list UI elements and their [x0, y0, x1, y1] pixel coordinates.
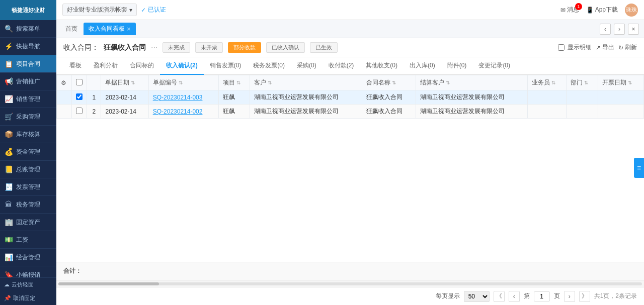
sort-icon-settle_customer: ⇅	[446, 80, 450, 85]
avatar-btn[interactable]: 珠珠	[625, 4, 638, 17]
order-no-link-1[interactable]: SQ-20230214-002	[153, 108, 203, 115]
th-salesperson[interactable]: 业务员⇅	[528, 75, 567, 90]
tab-close-icon[interactable]: ×	[127, 25, 131, 33]
sidebar-bottom-item-1[interactable]: 📌取消固定	[0, 291, 56, 305]
first-page-btn[interactable]: 《	[494, 291, 505, 302]
sort-icon-contract_name: ⇅	[392, 80, 396, 85]
inner-tab-1[interactable]: 盈利分析	[88, 57, 124, 75]
inner-tab-0[interactable]: 看板	[63, 57, 88, 75]
active-tab[interactable]: 收入合同看板 ×	[84, 23, 136, 35]
inner-tab-4[interactable]: 销售发票(0)	[204, 57, 248, 75]
row-order_no-1[interactable]: SQ-20230214-002	[148, 105, 218, 119]
th-customer[interactable]: 客户⇅	[250, 75, 362, 90]
row-checkbox-1	[72, 105, 87, 119]
row-date-1: 2023-02-14	[101, 105, 148, 119]
inner-tab-11[interactable]: 变更记录(0)	[472, 57, 516, 75]
row-action-0	[57, 90, 72, 105]
scroll-thumb[interactable]	[58, 282, 159, 285]
table-row[interactable]: 12023-02-14SQ-20230214-003狂飙湖南卫视商业运营发展有限…	[57, 90, 644, 105]
tab-close-window-btn[interactable]: ×	[628, 24, 639, 35]
th-date[interactable]: 单据日期⇅	[101, 75, 148, 90]
th-contract_name[interactable]: 合同名称⇅	[362, 75, 416, 90]
sidebar-item-14[interactable]: 🔖小畅报销	[0, 266, 56, 277]
inner-tab-5[interactable]: 税务发票(0)	[247, 57, 291, 75]
sidebar-item-8[interactable]: 📒总账管理	[0, 161, 56, 178]
inner-tab-6[interactable]: 采购(0)	[291, 57, 323, 75]
inner-tab-7[interactable]: 收付款(2)	[323, 57, 360, 75]
inner-tab-3[interactable]: 收入确认(2)	[160, 57, 204, 75]
tab-next-btn[interactable]: ›	[614, 24, 625, 35]
sidebar-bottom-icon-0: ☁	[4, 281, 10, 288]
sidebar-icon-4: 📈	[4, 94, 13, 104]
row-salesperson-0	[528, 90, 567, 105]
status-partial-btn[interactable]: 部分收款	[228, 42, 261, 53]
th-settings[interactable]: ⚙	[57, 75, 72, 90]
sidebar-item-6[interactable]: 📦库存核算	[0, 126, 56, 143]
topbar-left: 好业财专业版演示帐套 ▾ ✓ 已认证	[62, 4, 166, 16]
home-tab[interactable]: 首页	[61, 23, 82, 35]
show-detail-btn[interactable]: 显示明细	[558, 43, 592, 52]
sidebar-item-7[interactable]: 💰资金管理	[0, 143, 56, 161]
main-area: 好业财专业版演示帐套 ▾ ✓ 已认证 ✉ 1 消息 📱 App下载 珠珠	[56, 0, 644, 305]
prev-page-btn[interactable]: ‹	[509, 291, 520, 302]
show-detail-checkbox[interactable]	[558, 44, 565, 51]
row-customer-0: 湖南卫视商业运营发展有限公司	[250, 90, 362, 105]
inner-tab-10[interactable]: 附件(0)	[441, 57, 473, 75]
app-download-btn[interactable]: 📱 App下载	[586, 6, 618, 14]
sidebar-item-10[interactable]: 🏛税务管理	[0, 196, 56, 214]
sidebar-bottom-label-1: 取消固定	[13, 294, 35, 302]
sidebar-item-11[interactable]: 🏢固定资产	[0, 214, 56, 231]
company-selector[interactable]: 好业财专业版演示帐套 ▾	[62, 4, 137, 16]
inner-tab-2[interactable]: 合同标的	[124, 57, 160, 75]
inner-tab-9[interactable]: 出入库(0)	[404, 57, 441, 75]
sort-icon-customer: ⇅	[268, 80, 272, 85]
checkbox-row-0[interactable]	[76, 93, 83, 100]
horizontal-scrollbar[interactable]	[56, 280, 644, 287]
sidebar-item-9[interactable]: 🧾发票管理	[0, 178, 56, 196]
sidebar-item-5[interactable]: 🛒采购管理	[0, 108, 56, 126]
checkbox-row-1[interactable]	[76, 108, 83, 114]
message-badge: 1	[575, 3, 582, 10]
sidebar-bottom-item-0[interactable]: ☁云仿轻固	[0, 278, 56, 291]
tab-prev-btn[interactable]: ‹	[600, 24, 611, 35]
contract-more-icon[interactable]: ···	[151, 43, 157, 52]
select-all-checkbox[interactable]	[76, 79, 83, 85]
status-confirmed-btn[interactable]: 已收入确认	[266, 42, 305, 53]
inner-tab-8[interactable]: 其他收支(0)	[360, 57, 404, 75]
sort-icon-salesperson: ⇅	[551, 80, 555, 85]
sidebar-item-12[interactable]: 💵工资	[0, 231, 56, 249]
refresh-btn[interactable]: ↻ 刷新	[618, 43, 637, 52]
last-page-btn[interactable]: 》	[579, 291, 590, 302]
next-page-btn[interactable]: ›	[564, 291, 575, 302]
row-department-0	[567, 90, 598, 105]
sort-icon-date: ⇅	[131, 80, 135, 85]
status-no-invoice-btn[interactable]: 未开票	[195, 42, 223, 53]
float-panel-btn[interactable]: ≡	[634, 158, 644, 178]
message-btn[interactable]: ✉ 1 消息	[560, 6, 579, 14]
th-order_no[interactable]: 单据编号⇅	[148, 75, 218, 90]
sidebar-label-10: 税务管理	[16, 200, 40, 209]
th-project[interactable]: 项目⇅	[218, 75, 250, 90]
status-effective-btn[interactable]: 已生效	[310, 42, 338, 53]
sidebar-label-4: 销售管理	[16, 95, 40, 104]
sidebar-item-13[interactable]: 📊经营管理	[0, 249, 56, 266]
row-index-0: 1	[87, 90, 101, 105]
order-no-link-0[interactable]: SQ-20230214-003	[153, 94, 203, 101]
th-department[interactable]: 部门⇅	[567, 75, 598, 90]
per-page-select[interactable]: 50 10 20 100	[464, 291, 490, 302]
th-settle_customer[interactable]: 结算客户⇅	[416, 75, 527, 90]
sidebar-logo: 畅捷通好业财	[0, 0, 56, 20]
sidebar-item-3[interactable]: 📢营销推广	[0, 73, 56, 90]
table-row[interactable]: 22023-02-14SQ-20230214-002狂飙湖南卫视商业运营发展有限…	[57, 105, 644, 119]
sidebar-item-1[interactable]: ⚡快捷导航	[0, 38, 56, 55]
status-incomplete-btn[interactable]: 未完成	[163, 42, 190, 53]
sidebar-item-0[interactable]: 🔍搜索菜单	[0, 20, 56, 38]
sidebar-bottom-label-0: 云仿轻固	[12, 281, 34, 288]
th-invoice_date[interactable]: 开票日期⇅	[598, 75, 643, 90]
page-input[interactable]	[534, 291, 550, 301]
export-btn[interactable]: ↗ 导出	[596, 43, 614, 52]
sidebar-item-2[interactable]: 📋项目合同	[0, 55, 56, 73]
row-order_no-0[interactable]: SQ-20230214-003	[148, 90, 218, 105]
sidebar-item-4[interactable]: 📈销售管理	[0, 90, 56, 108]
sort-icon-department: ⇅	[584, 80, 588, 85]
